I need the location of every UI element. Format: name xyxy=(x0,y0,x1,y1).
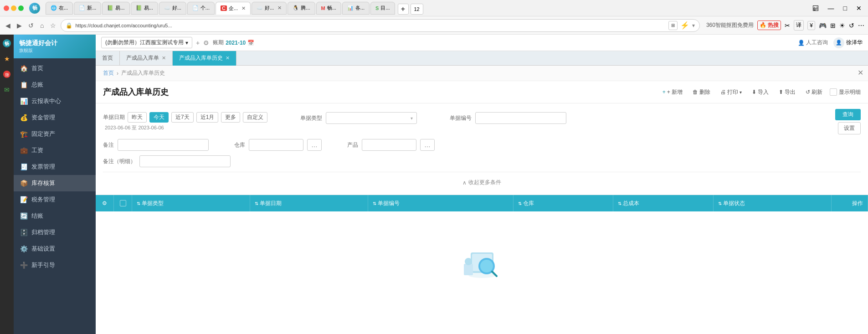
search-button[interactable]: 查询 xyxy=(835,109,861,120)
th-date[interactable]: ⇅ 单据日期 xyxy=(250,195,368,211)
minimize-btn[interactable]: — xyxy=(825,4,837,13)
user-service-btn[interactable]: 👤 人工咨询 xyxy=(798,39,828,46)
note-input[interactable] xyxy=(118,139,209,151)
address-bar[interactable]: 🔒 https://cloud.chanjet.com/accounting/u… xyxy=(61,19,699,32)
refresh-button[interactable]: ↺ xyxy=(26,20,36,31)
add-company-btn[interactable]: + xyxy=(196,39,200,46)
tab-home[interactable]: 首页 xyxy=(96,51,120,66)
settings-icon[interactable]: ⋯ xyxy=(858,22,864,29)
setting-button[interactable]: 设置 xyxy=(838,122,861,134)
product-input[interactable] xyxy=(362,139,416,151)
date-btn-today[interactable]: 今天 xyxy=(149,112,169,123)
calendar-icon[interactable]: 📅 xyxy=(247,40,254,46)
sidebar-item-newentry[interactable]: ➕ 新手引导 xyxy=(14,257,96,273)
extension-btn[interactable]: ⊞ xyxy=(668,21,678,30)
date-btn-custom[interactable]: 自定义 xyxy=(243,112,267,123)
tab-count-badge[interactable]: 12 xyxy=(411,4,423,15)
voucher-type-select[interactable]: ▾ xyxy=(326,112,417,124)
user-avatar-area[interactable]: 👤 徐泽华 xyxy=(833,37,863,48)
tab-8-close[interactable]: ✕ xyxy=(277,5,282,11)
sidebar-item-archive[interactable]: 🗄️ 归档管理 xyxy=(14,224,96,241)
display-checkbox[interactable] xyxy=(830,88,837,96)
company-selector[interactable]: (勿删勿禁用）江西服宝测试专用 ▾ xyxy=(101,37,192,48)
sidebar-item-home[interactable]: 🏠 首页 xyxy=(14,60,96,77)
th-settings[interactable]: ⚙ xyxy=(96,195,114,211)
scissors-icon[interactable]: ✂ xyxy=(785,22,790,29)
display-switch[interactable]: 显示明细 xyxy=(830,88,861,96)
bookmark-button[interactable]: ☆ xyxy=(48,20,58,31)
sidebar-item-fixed[interactable]: 🏗️ 固定资产 xyxy=(14,126,96,142)
product-ellipsis[interactable]: … xyxy=(420,139,435,151)
back-button[interactable]: ◀ xyxy=(4,20,12,31)
tab-history[interactable]: 产成品入库单历史 ✕ xyxy=(173,51,236,66)
browser-tab-3[interactable]: 📗 易... xyxy=(102,2,129,15)
warehouse-input[interactable] xyxy=(249,139,303,151)
maximize-btn[interactable]: □ xyxy=(841,4,850,13)
sidebar-item-settle[interactable]: 🔄 结账 xyxy=(14,208,96,224)
mail-icon[interactable]: ✉ xyxy=(1,84,13,96)
tab-history-close[interactable]: ✕ xyxy=(226,55,230,61)
game-icon[interactable]: 🎮 xyxy=(819,22,827,29)
window-minimize[interactable] xyxy=(11,5,16,11)
refresh-btn[interactable]: ↺ 刷新 xyxy=(803,87,825,98)
theme-icon[interactable]: ☀ xyxy=(839,22,845,29)
browser-tab-6[interactable]: 📄 个... xyxy=(187,2,215,15)
voucher-number-input[interactable] xyxy=(475,112,566,124)
add-btn[interactable]: + + 新增 xyxy=(660,87,685,98)
grid-icon[interactable]: ⊞ xyxy=(830,22,836,29)
th-number[interactable]: ⇅ 单据编号 xyxy=(368,195,514,211)
translate-icon[interactable]: 译 xyxy=(794,20,804,31)
tab-list-close[interactable]: ✕ xyxy=(162,55,166,61)
date-btn-1month[interactable]: 近1月 xyxy=(196,112,219,123)
browser-tab-12[interactable]: S 目... xyxy=(370,2,395,15)
close-panel-btn[interactable]: ✕ xyxy=(853,66,868,80)
home-button[interactable]: ⌂ xyxy=(38,20,46,31)
th-type[interactable]: ⇅ 单据类型 xyxy=(132,195,250,211)
th-cost[interactable]: ⇅ 总成本 xyxy=(613,195,713,211)
sidebar-item-basic[interactable]: ⚙️ 基础设置 xyxy=(14,241,96,257)
new-tab-button[interactable]: + xyxy=(398,4,409,15)
browser-tab-5[interactable]: ☁️ 好... xyxy=(159,2,186,15)
star-icon[interactable]: ★ xyxy=(1,53,13,65)
print-btn[interactable]: 🖨 打印 ▾ xyxy=(718,87,745,98)
date-btn-yesterday[interactable]: 昨天 xyxy=(128,112,147,123)
browser-tab-8[interactable]: ☁️ 好... ✕ xyxy=(252,2,287,15)
select-all-checkbox[interactable] xyxy=(120,200,126,206)
undo-icon[interactable]: ↺ xyxy=(849,22,854,29)
settings-company-btn[interactable]: ⚙ xyxy=(203,39,209,46)
date-btn-7days[interactable]: 近7天 xyxy=(171,112,194,123)
sidebar-item-salary[interactable]: 💼 工资 xyxy=(14,142,96,159)
sidebar-item-reports[interactable]: 📊 云报表中心 xyxy=(14,93,96,109)
collapse-btn[interactable]: ∧ 收起更多条件 xyxy=(460,176,504,189)
date-btn-more[interactable]: 更多 xyxy=(221,112,240,123)
sidebar-item-funds[interactable]: 💰 资金管理 xyxy=(14,109,96,126)
sidebar-item-inventory[interactable]: 📦 库存核算 xyxy=(14,175,96,191)
chanjet-icon[interactable]: 畅 xyxy=(1,37,13,49)
th-status[interactable]: ⇅ 单据状态 xyxy=(714,195,832,211)
browser-tab-7[interactable]: C 企... ✕ xyxy=(216,2,251,15)
hot-search-badge[interactable]: 🔥 热搜 xyxy=(757,21,781,30)
browser-tab-10[interactable]: M 畅... xyxy=(316,2,341,15)
downloads-icon[interactable]: ⚡ xyxy=(680,21,689,30)
warehouse-ellipsis[interactable]: … xyxy=(307,139,322,151)
import-btn[interactable]: ⬇ 导入 xyxy=(749,87,771,98)
sidebar-item-ledger[interactable]: 📋 总账 xyxy=(14,77,96,93)
weibo-icon[interactable]: 微 xyxy=(1,68,13,80)
window-close[interactable] xyxy=(4,5,9,11)
browser-tab-11[interactable]: 📊 各... xyxy=(342,2,370,15)
browser-tab-9[interactable]: 🐧 腾... xyxy=(288,2,315,15)
browser-tab-4[interactable]: 📗 易... xyxy=(131,2,158,15)
breadcrumb-home[interactable]: 首页 xyxy=(103,69,114,77)
th-checkbox[interactable] xyxy=(114,195,132,211)
sidebar-item-invoice[interactable]: 🧾 发票管理 xyxy=(14,159,96,175)
close-btn[interactable]: ✕ xyxy=(853,4,864,13)
tab-7-close[interactable]: ✕ xyxy=(241,5,246,11)
window-maximize[interactable] xyxy=(18,5,24,11)
browser-tab-2[interactable]: 📄 新... xyxy=(74,2,101,15)
rmb-icon[interactable]: ¥ xyxy=(807,21,815,30)
delete-btn[interactable]: 🗑 删除 xyxy=(690,87,713,98)
forward-button[interactable]: ▶ xyxy=(15,20,24,31)
tab-list[interactable]: 产成品入库单 ✕ xyxy=(120,51,173,66)
sidebar-item-tax[interactable]: 📝 税务管理 xyxy=(14,191,96,208)
note-detail-input[interactable] xyxy=(139,155,231,167)
